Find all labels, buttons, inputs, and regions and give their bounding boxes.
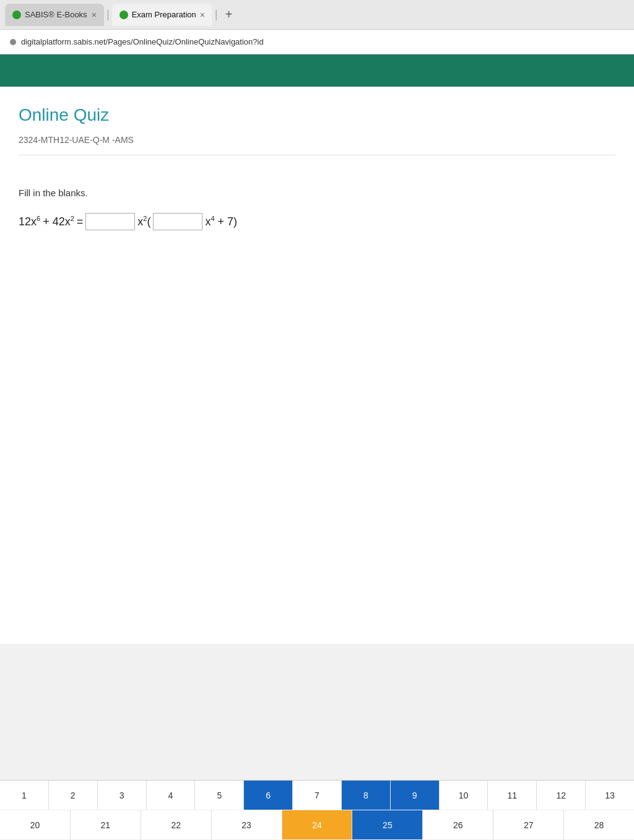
nav-cell-12[interactable]: 12	[537, 781, 586, 810]
nav-cell-27[interactable]: 27	[493, 810, 564, 839]
nav-cell-10[interactable]: 10	[440, 781, 489, 810]
nav-cell-22[interactable]: 22	[141, 810, 212, 839]
quiz-subtitle: 2324-MTH12-UAE-Q-M -AMS	[19, 135, 615, 145]
math-equals: =	[77, 215, 84, 228]
divider-1	[19, 155, 615, 155]
nav-row-1: 1 2 3 4 5 6 7 8 9 10 11 12 13	[0, 781, 634, 810]
page-content: Online Quiz 2324-MTH12-UAE-Q-M -AMS Fill…	[0, 87, 634, 644]
tab-favicon-2	[119, 11, 128, 19]
site-header	[0, 54, 634, 87]
security-icon	[10, 39, 16, 45]
tabs-container: SABIS® E-Books × | Exam Preparation × | …	[5, 4, 629, 26]
tab-divider-1: |	[106, 8, 110, 21]
math-plus1: + 42x2	[43, 215, 74, 228]
address-bar[interactable]: digitalplatform.sabis.net/Pages/OnlineQu…	[0, 30, 634, 54]
tab-label-1: SABIS® E-Books	[25, 10, 87, 19]
math-suffix: x4 + 7)	[205, 215, 237, 228]
nav-cell-7[interactable]: 7	[293, 781, 342, 810]
tab-exam-preparation[interactable]: Exam Preparation ×	[112, 4, 212, 26]
tab-label-2: Exam Preparation	[132, 10, 196, 19]
nav-cell-24[interactable]: 24	[282, 810, 353, 839]
nav-cell-25[interactable]: 25	[352, 810, 423, 839]
tab-favicon-1	[12, 11, 21, 19]
nav-row-2: 20 21 22 23 24 25 26 27 28	[0, 810, 634, 840]
math-expression: 12x6 + 42x2 = x2( x4 + 7)	[19, 213, 615, 230]
nav-cell-3[interactable]: 3	[98, 781, 147, 810]
tab-close-1[interactable]: ×	[92, 10, 97, 20]
nav-cell-2[interactable]: 2	[49, 781, 98, 810]
bottom-navigation: 1 2 3 4 5 6 7 8 9 10 11 12 13 20 21 22 2…	[0, 780, 634, 840]
nav-cell-28[interactable]: 28	[564, 810, 634, 839]
nav-cell-13[interactable]: 13	[586, 781, 634, 810]
nav-cell-4[interactable]: 4	[147, 781, 196, 810]
tab-close-2[interactable]: ×	[200, 10, 205, 20]
blank-input-2[interactable]	[153, 213, 202, 230]
nav-cell-11[interactable]: 11	[488, 781, 537, 810]
nav-cell-26[interactable]: 26	[423, 810, 493, 839]
instruction-text: Fill in the blanks.	[19, 188, 615, 198]
nav-cell-8[interactable]: 8	[342, 781, 391, 810]
question-area: Fill in the blanks. 12x6 + 42x2 = x2( x4…	[19, 175, 615, 243]
url-text: digitalplatform.sabis.net/Pages/OnlineQu…	[21, 37, 264, 46]
browser-tab-bar: SABIS® E-Books × | Exam Preparation × | …	[0, 0, 634, 30]
nav-cell-6[interactable]: 6	[244, 781, 293, 810]
blank-input-1[interactable]	[85, 213, 135, 230]
nav-cell-9[interactable]: 9	[391, 781, 440, 810]
math-x2: x2(	[137, 215, 150, 228]
new-tab-button[interactable]: +	[220, 5, 238, 24]
nav-cell-23[interactable]: 23	[212, 810, 282, 839]
nav-cell-21[interactable]: 21	[71, 810, 141, 839]
page-title: Online Quiz	[19, 105, 615, 125]
math-term1: 12x6	[19, 215, 40, 228]
tab-divider-2: |	[215, 8, 218, 21]
tab-sabis-ebooks[interactable]: SABIS® E-Books ×	[5, 4, 104, 26]
nav-cell-5[interactable]: 5	[195, 781, 244, 810]
empty-content-area	[19, 243, 615, 490]
nav-cell-1[interactable]: 1	[0, 781, 49, 810]
nav-cell-20[interactable]: 20	[0, 810, 71, 839]
